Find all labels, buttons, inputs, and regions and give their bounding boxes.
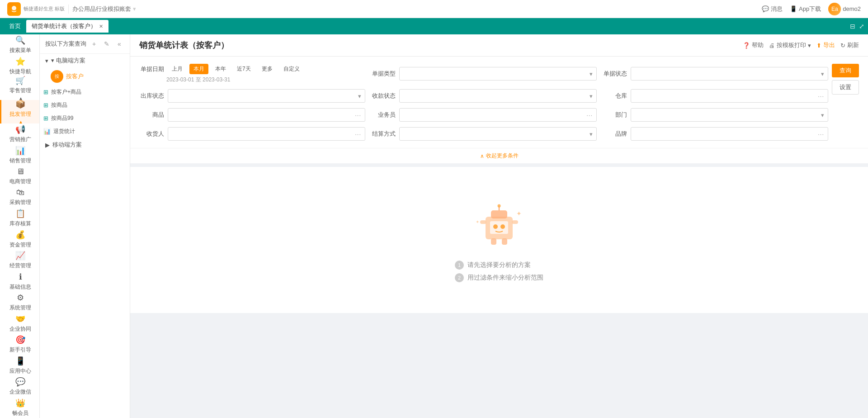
date-btn-this-year[interactable]: 本年 [211,64,230,74]
filter-out-status-cell: 出库状态 ▾ [139,89,365,103]
order-type-select[interactable]: ▾ [399,67,597,81]
tab-maximize-icon[interactable]: ⤢ [859,23,864,30]
sidebar-item-appcenter[interactable]: 📱 应用中心 [0,355,39,376]
collapse-icon: « [118,40,121,48]
collapse-label: 收起更多条件 [486,152,519,160]
desktop-expand-icon: ▾ [45,57,48,64]
order-status-select[interactable]: ▾ [631,67,828,81]
empty-illustration: ✦ ✦ [467,194,531,250]
collapse-bar[interactable]: ∧ 收起更多条件 [130,148,868,163]
goods-select[interactable]: ··· [168,108,365,122]
sidebar-label-retail: 零售管理 [9,87,31,95]
date-btn-7days[interactable]: 近7天 [233,64,255,74]
svg-text:✦: ✦ [476,219,479,224]
department-select[interactable]: ▾ [631,108,828,122]
logo-text: 畅捷通好生意 标版 [24,5,65,12]
user-area[interactable]: Ea demo2 [828,3,861,15]
svg-point-0 [12,6,16,10]
add-scheme-btn[interactable]: + [89,39,99,49]
query-button[interactable]: 查询 [832,64,859,77]
collapse-panel-btn[interactable]: « [114,39,124,49]
settings-button[interactable]: 设置 [832,80,859,95]
scheme-customer-goods[interactable]: ⊞ 按客户+商品 [40,86,130,99]
date-btn-more[interactable]: 更多 [258,64,277,74]
scheme-by-goods99[interactable]: ⊞ 按商品99 [40,112,130,125]
tab-report[interactable]: 销货单统计表（按客户） ✕ [26,20,108,33]
goods-label: 商品 [139,111,164,119]
message-btn[interactable]: 💬 消息 [762,5,783,13]
sidebar-item-wholesale[interactable]: 📦 批发管理 ▲ [0,100,39,124]
desktop-section-header[interactable]: ▾ ▾ 电脑端方案 [40,54,130,67]
filter-row-2: 出库状态 ▾ 收款状态 ▾ [139,89,828,103]
receiver-dots: ··· [355,131,361,138]
sidebar-item-search[interactable]: 🔍 搜索菜单 [0,34,39,56]
payment-status-select[interactable]: ▾ [399,89,597,103]
svg-point-7 [498,204,501,208]
stock-icon: 📋 [15,209,25,218]
date-btn-last-month[interactable]: 上月 [168,64,187,74]
warehouse-select[interactable]: ··· [631,89,828,103]
sidebar-item-finance[interactable]: 💰 资金管理 [0,229,39,250]
sidebar-item-basics[interactable]: ℹ 基础信息 [0,271,39,292]
sidebar-item-stock[interactable]: 📋 库存核算 [0,208,39,229]
template-print-btn[interactable]: 🖨 按模板打印 ▾ [769,41,811,49]
help-icon: ❓ [743,42,750,49]
refresh-icon: ↻ [840,42,845,49]
sidebar-label-member: 畅会员 [12,409,28,417]
logo-area: 畅捷通好生意 标版 [7,2,65,16]
order-type-chevron: ▾ [590,71,593,77]
sidebar-item-purchase[interactable]: 🛍 采购管理 [0,187,39,208]
sidebar-item-wechat[interactable]: 💬 企业微信 [0,376,39,397]
message-icon: 💬 [762,5,769,12]
sidebar-item-ecommerce[interactable]: 🖥 电商管理 [0,166,39,187]
sidebar-item-member[interactable]: 👑 畅会员 [0,397,39,418]
edit-scheme-btn[interactable]: ✎ [102,39,112,49]
sidebar-item-marketing[interactable]: 📢 营销推广 [0,124,39,145]
out-status-select[interactable]: ▾ [168,89,365,103]
sidebar-label-wechat: 企业微信 [9,388,31,396]
sidebar-item-system[interactable]: ⚙ 系统管理 [0,292,39,313]
page-title-bar: 销货单统计表（按客户） ❓ 帮助 🖨 按模板打印 ▾ ⬆ 导出 [130,34,868,57]
print-dropdown-icon: ▾ [808,42,811,49]
receiver-select[interactable]: ··· [168,127,365,141]
sidebar-item-sales[interactable]: 📊 销售管理 [0,145,39,166]
left-panel-icons: + ✎ « [89,39,124,49]
empty-state: ✦ ✦ 1 请先选择要分析的方案 2 用过滤条件来缩小分析范围 [130,167,868,313]
sidebar-item-operations[interactable]: 📈 经营管理 [0,250,39,271]
scheme-return-stats[interactable]: 📊 退货统计 [40,125,130,138]
quicknav-icon: ⭐ [15,57,25,66]
sidebar-label-appcenter: 应用中心 [9,367,31,375]
order-status-chevron: ▾ [821,71,824,77]
scheme-by-customer[interactable]: 按 按客户 [40,67,130,86]
refresh-btn[interactable]: ↻ 刷新 [840,41,859,49]
filter-warehouse-cell: 仓库 ··· [602,89,828,103]
date-btn-custom[interactable]: 自定义 [279,64,304,74]
ecommerce-icon: 🖥 [16,167,24,176]
settlement-select[interactable]: ▾ [399,127,597,141]
help-btn[interactable]: ❓ 帮助 [743,41,764,49]
export-btn[interactable]: ⬆ 导出 [816,41,835,49]
tab-close-icon[interactable]: ✕ [99,24,103,29]
sidebar-item-quicknav[interactable]: ⭐ 快捷导航 [0,56,39,77]
page-title-actions: ❓ 帮助 🖨 按模板打印 ▾ ⬆ 导出 ↻ 刷新 [743,41,859,49]
mobile-section-header[interactable]: ▶ 移动端方案 [40,138,130,152]
staff-select[interactable]: ··· [399,108,597,122]
tab-minimize-icon[interactable]: ⊟ [850,23,855,30]
empty-steps-list: 1 请先选择要分析的方案 2 用过滤条件来缩小分析范围 [455,261,543,286]
date-range-display: 2023-03-01 至 2023-03-31 [166,76,230,84]
department-label: 部门 [602,111,627,119]
sidebar-item-retail[interactable]: 🛒 零售管理 ▲ [0,76,39,100]
tab-home[interactable]: 首页 [4,20,26,33]
sidebar-item-enterprise[interactable]: 🤝 企业协同 [0,313,39,334]
sidebar-label-enterprise: 企业协同 [9,325,31,333]
filter-staff-cell: 业务员 ··· [371,108,597,122]
tab-report-label: 销货单统计表（按客户） [32,22,96,30]
date-btn-this-month[interactable]: 本月 [189,64,208,74]
scheme-by-goods[interactable]: ⊞ 按商品 [40,99,130,112]
sidebar-item-newbie[interactable]: 🎯 新手引导 [0,334,39,355]
tab-bar-right: ⊟ ⤢ [850,23,864,30]
brand-select[interactable]: ··· [631,127,828,141]
operations-icon: 📈 [15,251,25,261]
filter-date-cell: 单据日期 上月 本月 本年 近7天 更多 自定义 2023 [139,64,365,84]
app-download-btn[interactable]: 📱 App下载 [790,5,821,13]
